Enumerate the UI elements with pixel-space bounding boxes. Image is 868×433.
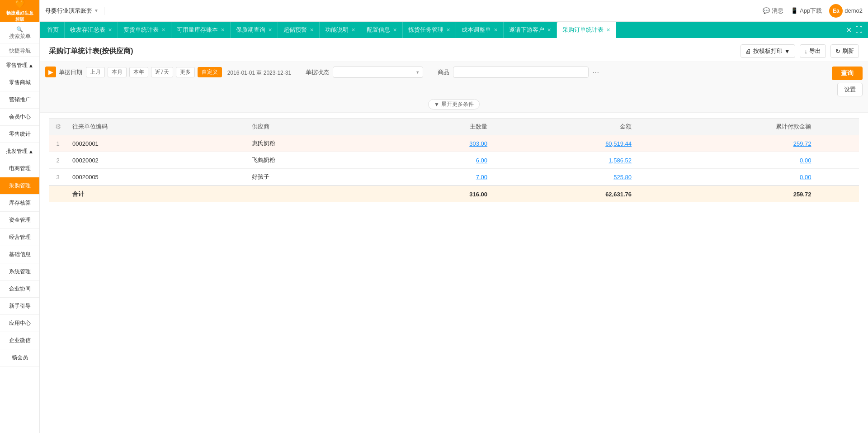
tab-peizhi[interactable]: 配置信息 ✕ [361,22,403,38]
tab-close-icon[interactable]: ✕ [268,27,272,33]
main-area: 母婴行业演示账套 ▼ 💬 消息 📱 App下载 Ea demo2 首页 [40,0,868,433]
app-download-btn[interactable]: 📱 App下载 [791,7,822,15]
tab-zhihuo[interactable]: 拣货任务管理 ✕ [403,22,456,38]
sidebar-item-stock[interactable]: 库存核算 [0,195,39,212]
page-header: 采购订单统计表(按供应商) 🖨 按模板打印 ▼ ↓ 导出 ↻ 刷新 [40,38,868,62]
tab-close-icon[interactable]: ✕ [606,27,610,33]
cell-paid[interactable]: 259.72 [637,135,816,152]
table-container: ⚙ 往来单位编码 供应商 主数量 金额 累计付款金额 1 00020001 惠氏… [40,113,868,208]
close-all-tabs-btn[interactable]: ✕ [846,26,852,34]
tab-close-icon[interactable]: ✕ [221,27,225,33]
sidebar-item-appstore[interactable]: 应用中心 [0,315,39,332]
tab-close-icon[interactable]: ✕ [446,27,450,33]
col-paid: 累计付款金额 [637,119,816,135]
query-button[interactable]: 查询 [832,67,863,80]
cell-amount[interactable]: 1,586.52 [493,152,637,169]
tab-close-icon[interactable]: ✕ [393,27,397,33]
more-filter-icon[interactable]: ··· [592,67,599,77]
tab-close-icon[interactable]: ✕ [547,27,551,33]
col-gear: ⚙ [49,119,67,135]
topbar: 母婴行业演示账套 ▼ 💬 消息 📱 App下载 Ea demo2 [40,0,868,22]
tab-close-icon[interactable]: ✕ [351,27,355,33]
refresh-button[interactable]: ↻ 刷新 [830,44,859,58]
cell-code: 00020002 [67,152,246,169]
date-shortcuts: 上月 本月 本年 近7天 更多 自定义 [86,67,222,77]
export-button[interactable]: ↓ 导出 [800,44,826,58]
tab-chengben[interactable]: 成本调整单 ✕ [456,22,504,38]
goods-filter-label: 商品 [438,68,449,76]
user-avatar[interactable]: Ea demo2 [829,4,863,18]
tab-yaoqing[interactable]: 邀请下游客户 ✕ [504,22,557,38]
col-extra [816,119,859,135]
table-footer-row: 合计 316.00 62,631.76 259.72 [49,186,859,202]
sidebar-item-newguide[interactable]: 新手引导 [0,298,39,315]
content-area: 采购订单统计表(按供应商) 🖨 按模板打印 ▼ ↓ 导出 ↻ 刷新 [40,38,868,433]
maximize-btn[interactable]: ⛶ [855,26,863,34]
logo-sub: 标版 [15,16,24,23]
sidebar-item-member[interactable]: 会员中心 [0,109,39,126]
workspace-name: 母婴行业演示账套 [45,7,92,15]
sidebar-item-wechat[interactable]: 企业微信 [0,332,39,349]
date-btn-this-month[interactable]: 本月 [108,67,127,77]
sidebar-item-vip[interactable]: 畅会员 [0,349,39,366]
sidebar-item-retail-stat[interactable]: 零售统计 [0,126,39,143]
date-btn-last-month[interactable]: 上月 [86,67,105,77]
tab-chaochuyujing[interactable]: 超储预警 ✕ [278,22,320,38]
gear-icon[interactable]: ⚙ [55,123,61,130]
sidebar-item-purchase[interactable]: 采购管理 [0,177,39,195]
logo-text: 畅捷通好生意 [6,10,33,16]
tab-close-icon[interactable]: ✕ [108,27,112,33]
cell-amount[interactable]: 60,519.44 [493,135,637,152]
sidebar-item-search[interactable]: 🔍 搜索菜单 [0,22,39,43]
sidebar-item-quicknav[interactable]: 快捷导航 [0,43,39,57]
print-button[interactable]: 🖨 按模板打印 ▼ [741,44,795,58]
tab-baozhi[interactable]: 保质期查询 ✕ [231,22,278,38]
print-icon: 🖨 [745,48,751,55]
tab-close-icon[interactable]: ✕ [494,27,498,33]
date-btn-this-year[interactable]: 本年 [129,67,148,77]
cell-amount[interactable]: 525.80 [493,169,637,186]
goods-input[interactable] [453,67,589,78]
cell-extra [816,152,859,169]
cell-qty[interactable]: 303.00 [381,135,493,152]
sidebar-item-system[interactable]: 系统管理 [0,263,39,281]
date-btn-more[interactable]: 更多 [176,67,195,77]
cell-paid[interactable]: 0.00 [637,152,816,169]
tab-yaohuo[interactable]: 要货单统计表 ✕ [118,22,171,38]
sidebar-item-finance[interactable]: 资金管理 [0,212,39,229]
table-header-row: ⚙ 往来单位编码 供应商 主数量 金额 累计付款金额 [49,119,859,135]
tab-caigou-stat[interactable]: 采购订单统计表 ✕ [557,22,616,38]
expand-icon: ▼ [434,101,439,108]
date-range-display: 2016-01-01 至 2023-12-31 [227,69,291,77]
date-btn-custom[interactable]: 自定义 [198,67,222,77]
cell-qty[interactable]: 7.00 [381,169,493,186]
sidebar-item-marketing[interactable]: 营销推广 [0,91,39,109]
sidebar-item-batch[interactable]: 批发管理 ▲ [0,143,39,160]
workspace-selector[interactable]: 母婴行业演示账套 ▼ [45,7,104,15]
sidebar: 🧡 畅捷通好生意 标版 🔍 搜索菜单 快捷导航 零售管理 ▲ 零售商城 营销推广… [0,0,40,433]
status-select[interactable] [333,67,423,78]
sidebar-item-retail-shop[interactable]: 零售商城 [0,74,39,91]
tab-home[interactable]: 首页 [42,22,65,38]
settings-button[interactable]: 设置 [837,83,863,96]
cell-paid[interactable]: 0.00 [637,169,816,186]
messages-btn[interactable]: 💬 消息 [763,7,783,15]
status-filter-label: 单据状态 [306,68,329,76]
cell-qty[interactable]: 6.00 [381,152,493,169]
sidebar-item-ecommerce[interactable]: 电商管理 [0,160,39,177]
cell-extra [816,169,859,186]
tab-gongneng[interactable]: 功能说明 ✕ [320,22,361,38]
sidebar-item-base[interactable]: 基础信息 [0,246,39,263]
filter-toggle-btn[interactable]: ▶ [45,67,56,77]
tab-close-icon[interactable]: ✕ [310,27,314,33]
footer-empty [49,186,67,202]
cell-supplier: 飞鹤奶粉 [246,152,380,169]
sidebar-item-retail[interactable]: 零售管理 ▲ [0,57,39,74]
sidebar-item-ops[interactable]: 经营管理 [0,229,39,246]
tab-keyong[interactable]: 可用量库存账本 ✕ [171,22,231,38]
date-btn-7days[interactable]: 近7天 [151,67,173,77]
sidebar-item-enterprise[interactable]: 企业协同 [0,281,39,298]
tab-close-icon[interactable]: ✕ [161,27,165,33]
expand-more-button[interactable]: ▼ 展开更多条件 [428,99,480,109]
tab-shoufa[interactable]: 收发存汇总表 ✕ [65,22,118,38]
